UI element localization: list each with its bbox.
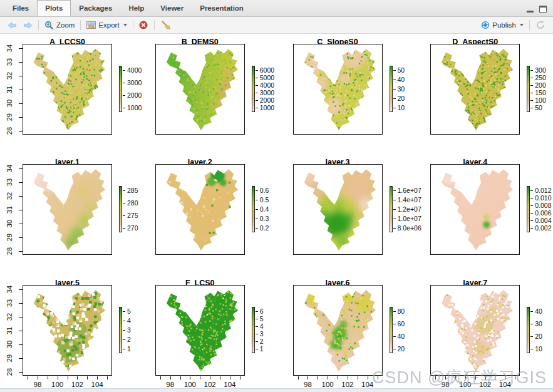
x-axis-tick	[77, 376, 78, 379]
legend-tick	[256, 93, 258, 93]
clear-all-plots-button[interactable]	[157, 19, 174, 31]
legend-tick-label: 4000	[260, 81, 274, 89]
plot-box	[430, 44, 520, 135]
legend-tick-label: 10	[398, 104, 405, 111]
legend-tick	[123, 311, 125, 312]
color-legend: 0.0120.0100.0080.0060.0040.002	[527, 164, 553, 255]
legend-tick	[530, 78, 533, 78]
legend-tick	[123, 108, 125, 108]
legend-tick-label: 100	[535, 96, 546, 104]
tab-presentation[interactable]: Presentation	[192, 0, 252, 16]
legend-tick-label: 0.012	[535, 187, 551, 194]
x-axis-tick	[170, 376, 171, 379]
export-image-icon	[86, 21, 96, 29]
legend-tick	[393, 228, 396, 229]
legend-tick-label: 200	[535, 81, 546, 89]
legend-tick-label: 0.4	[260, 205, 269, 213]
x-axis-tick	[107, 376, 108, 379]
legend-tick	[393, 98, 396, 99]
tab-packages[interactable]: Packages	[71, 0, 120, 16]
back-button[interactable]	[4, 20, 20, 31]
publish-button[interactable]: Publish	[478, 19, 527, 31]
legend-tick	[530, 336, 533, 337]
plot-box	[293, 44, 383, 135]
x-axis-tick	[338, 376, 338, 379]
legend-tick-label: 250	[535, 74, 546, 81]
legend-tick	[256, 219, 258, 219]
y-axis-label: 28	[5, 367, 14, 377]
tab-files[interactable]: Files	[4, 0, 37, 16]
publish-dropdown-caret-icon	[520, 24, 524, 26]
y-axis-label: 28	[5, 246, 14, 256]
legend-tick-label: 280	[127, 199, 138, 207]
window-controls	[527, 6, 547, 13]
toolbar-separator	[529, 20, 530, 30]
y-axis-tick	[19, 303, 23, 304]
y-axis-tick	[19, 90, 23, 90]
x-axis-label: 100	[184, 381, 196, 388]
raster-map	[431, 165, 519, 254]
x-axis-tick	[180, 376, 181, 379]
tab-viewer[interactable]: Viewer	[152, 0, 192, 16]
legend-tick-label: 5	[127, 307, 131, 315]
legend-tick	[530, 70, 533, 71]
x-axis-tick	[87, 376, 88, 379]
legend-tick-label: 30	[398, 85, 405, 93]
refresh-button[interactable]	[532, 19, 549, 31]
plot-panel-B_DEMS0: B_DEMS0600050004000300020001000	[140, 34, 278, 155]
plot-box	[155, 164, 245, 255]
plot-box	[155, 285, 245, 376]
tab-help[interactable]: Help	[120, 0, 152, 16]
watermark-text: CSDN @疯狂学习GIS	[372, 366, 547, 389]
plot-panel-layer.3: layer.31.6e+071.4e+071.2e+071.0e+078.0e+…	[278, 155, 416, 276]
legend-tick	[393, 80, 396, 80]
plot-panel-layer.1: layer.134333231302928285280275270	[3, 155, 140, 276]
plots-toolbar: Zoom Export	[0, 17, 553, 34]
legend-tick	[393, 324, 396, 324]
legend-tick	[530, 349, 533, 349]
legend-tick	[393, 108, 396, 108]
minimize-pane-icon[interactable]	[527, 6, 534, 13]
toolbar-separator	[133, 20, 133, 30]
legend-tick-label: 20	[398, 345, 405, 353]
plot-box	[23, 44, 112, 135]
legend-tick	[256, 78, 258, 78]
y-axis-label: 33	[5, 177, 14, 187]
legend-gradient-bar	[252, 186, 255, 232]
remove-plot-icon	[139, 21, 148, 30]
export-button[interactable]: Export	[83, 20, 130, 30]
y-axis-label: 30	[5, 98, 14, 108]
tab-plots[interactable]: Plots	[37, 0, 71, 16]
legend-tick-label: 5	[260, 315, 264, 322]
forward-button[interactable]	[20, 20, 36, 31]
toolbar-separator	[38, 20, 39, 30]
raster-map	[156, 165, 244, 254]
x-axis-label: 98	[33, 381, 41, 388]
legend-gradient-bar	[119, 66, 122, 112]
legend-tick-label: 40	[398, 76, 405, 83]
x-axis-tick	[190, 376, 190, 379]
y-axis-tick	[19, 237, 23, 238]
zoom-button[interactable]: Zoom	[41, 19, 78, 31]
legend-tick	[256, 349, 258, 349]
maximize-pane-icon[interactable]	[539, 6, 547, 13]
plot-panel-layer.5: layer.5343332313029289810010210454321	[3, 276, 140, 388]
legend-tick	[530, 100, 533, 101]
legend-tick	[256, 334, 258, 334]
x-axis-tick	[28, 376, 28, 379]
legend-tick-label: 2	[127, 336, 131, 343]
y-axis-label: 32	[5, 191, 14, 201]
legend-tick	[393, 336, 396, 337]
remove-plot-button[interactable]	[136, 19, 152, 31]
plot-box	[155, 44, 245, 135]
y-axis-tick	[19, 76, 23, 76]
legend-tick	[393, 89, 396, 90]
legend-tick	[123, 321, 125, 321]
legend-tick-label: 2	[260, 338, 264, 345]
legend-tick	[530, 324, 533, 324]
legend-tick	[123, 95, 125, 96]
legend-gradient-bar	[119, 307, 122, 353]
magnifier-icon	[44, 21, 54, 30]
legend-tick	[256, 108, 258, 108]
legend-tick	[530, 228, 533, 229]
